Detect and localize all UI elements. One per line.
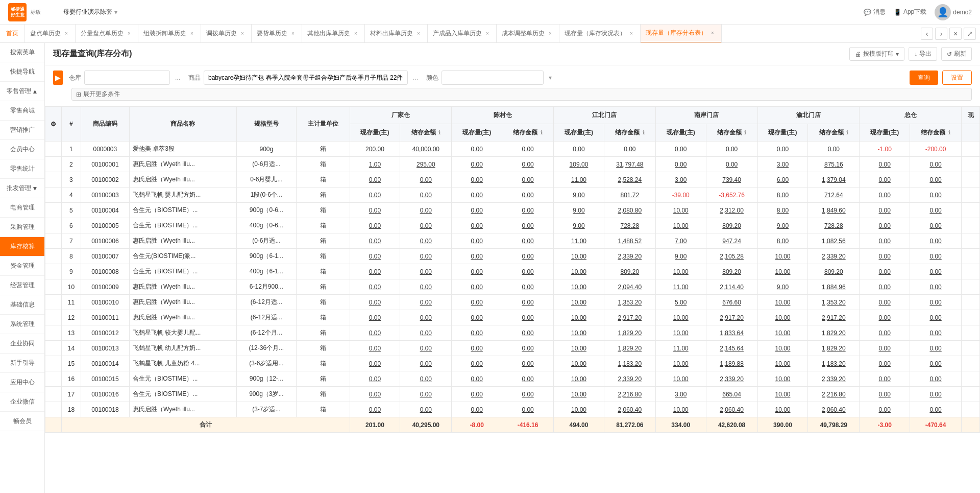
tab-product-in[interactable]: 产成品入库单历史 × bbox=[428, 25, 497, 43]
export-btn[interactable]: ↓ 导出 bbox=[909, 47, 937, 61]
td-jbc[interactable]: 10.00 bbox=[554, 341, 604, 356]
message-btn[interactable]: 💬 消息 bbox=[864, 8, 886, 16]
td-ybc[interactable]: 8.00 bbox=[757, 233, 808, 249]
td-jba[interactable]: 1,829.20 bbox=[604, 325, 655, 341]
td-ta[interactable]: 0.00 bbox=[910, 157, 962, 172]
td-naa[interactable]: 2,145.64 bbox=[706, 341, 757, 356]
td-tc[interactable]: 0.00 bbox=[860, 325, 910, 341]
th-settings[interactable]: ⚙ bbox=[45, 107, 62, 142]
td-cc[interactable]: 0.00 bbox=[452, 325, 502, 341]
td-naa[interactable]: -3,652.76 bbox=[706, 187, 757, 203]
td-nac[interactable]: 10.00 bbox=[655, 218, 706, 233]
info-icon[interactable]: ℹ bbox=[643, 130, 645, 135]
tab-close-icon[interactable]: × bbox=[628, 30, 635, 37]
sidebar-item-search[interactable]: 搜索英单 bbox=[0, 43, 44, 62]
td-cc[interactable]: 0.00 bbox=[452, 172, 502, 187]
td-cc[interactable]: 0.00 bbox=[452, 387, 502, 402]
td-cc[interactable]: 0.00 bbox=[452, 295, 502, 310]
td-naa[interactable]: 2,312.00 bbox=[706, 203, 757, 218]
td-ta[interactable]: 0.00 bbox=[910, 218, 962, 233]
sidebar-item-retail-shop[interactable]: 零售商城 bbox=[0, 101, 44, 121]
td-fa[interactable]: 0.00 bbox=[400, 203, 452, 218]
td-nac[interactable]: 11.00 bbox=[655, 279, 706, 295]
td-fc[interactable]: 0.00 bbox=[350, 203, 400, 218]
td-fa[interactable]: 0.00 bbox=[400, 310, 452, 325]
td-fa[interactable]: 40,000.00 bbox=[400, 142, 452, 157]
td-ybc[interactable]: 9.00 bbox=[757, 279, 808, 295]
td-ca[interactable]: 0.00 bbox=[502, 187, 554, 203]
td-nac[interactable]: 10.00 bbox=[655, 371, 706, 387]
td-yba[interactable]: 2,060.40 bbox=[808, 402, 860, 417]
warehouse-dots-btn[interactable]: ... bbox=[173, 74, 182, 81]
sidebar-item-member[interactable]: 会员中心 bbox=[0, 140, 44, 159]
td-ybc[interactable]: 10.00 bbox=[757, 310, 808, 325]
color-dropdown-icon[interactable]: ▾ bbox=[547, 74, 554, 81]
sidebar-item-wholesale[interactable]: 批发管理 ▼ bbox=[0, 179, 44, 198]
td-jba[interactable]: 31,797.48 bbox=[604, 157, 655, 172]
td-jbc[interactable]: 9.00 bbox=[554, 203, 604, 218]
td-jbc[interactable]: 109.00 bbox=[554, 157, 604, 172]
td-ca[interactable]: 0.00 bbox=[502, 233, 554, 249]
td-ybc[interactable]: 6.00 bbox=[757, 172, 808, 187]
tab-combo-dismantle[interactable]: 组装拆卸单历史 × bbox=[138, 25, 201, 43]
td-yba[interactable]: 1,379.04 bbox=[808, 172, 860, 187]
td-tc[interactable]: -1.00 bbox=[860, 142, 910, 157]
td-ta[interactable]: 0.00 bbox=[910, 203, 962, 218]
sidebar-item-purchase[interactable]: 采购管理 bbox=[0, 218, 44, 237]
td-nac[interactable]: 3.00 bbox=[655, 387, 706, 402]
tab-stock-dist[interactable]: 现存量（库存分布表） × bbox=[641, 25, 722, 43]
td-fc[interactable]: 0.00 bbox=[350, 218, 400, 233]
td-jbc[interactable]: 0.00 bbox=[554, 142, 604, 157]
td-ta[interactable]: 0.00 bbox=[910, 325, 962, 341]
td-nac[interactable]: 5.00 bbox=[655, 295, 706, 310]
td-jbc[interactable]: 10.00 bbox=[554, 402, 604, 417]
td-ybc[interactable]: 8.00 bbox=[757, 203, 808, 218]
td-ca[interactable]: 0.00 bbox=[502, 203, 554, 218]
tab-prev-btn[interactable]: ‹ bbox=[921, 28, 933, 40]
td-yba[interactable]: 2,917.20 bbox=[808, 310, 860, 325]
info-icon[interactable]: ℹ bbox=[846, 130, 848, 135]
td-naa[interactable]: 0.00 bbox=[706, 142, 757, 157]
td-ybc[interactable]: 10.00 bbox=[757, 341, 808, 356]
td-naa[interactable]: 0.00 bbox=[706, 157, 757, 172]
td-naa[interactable]: 809.20 bbox=[706, 218, 757, 233]
td-fc[interactable]: 0.00 bbox=[350, 325, 400, 341]
td-ca[interactable]: 0.00 bbox=[502, 310, 554, 325]
td-jba[interactable]: 2,094.40 bbox=[604, 279, 655, 295]
td-jbc[interactable]: 11.00 bbox=[554, 233, 604, 249]
td-naa[interactable]: 2,060.40 bbox=[706, 402, 757, 417]
expand-btn[interactable]: ⊞ 展开更多条件 bbox=[71, 88, 972, 101]
sidebar-item-guide[interactable]: 新手引导 bbox=[0, 354, 44, 373]
td-fa[interactable]: 0.00 bbox=[400, 356, 452, 371]
goods-input[interactable] bbox=[204, 71, 408, 85]
tab-close-icon[interactable]: × bbox=[547, 30, 554, 37]
td-tc[interactable]: 0.00 bbox=[860, 356, 910, 371]
td-jba[interactable]: 2,080.80 bbox=[604, 203, 655, 218]
sidebar-item-marketing[interactable]: 营销推广 bbox=[0, 121, 44, 140]
info-icon[interactable]: ℹ bbox=[744, 130, 746, 135]
td-jba[interactable]: 2,339.20 bbox=[604, 249, 655, 264]
sidebar-item-system[interactable]: 系统管理 bbox=[0, 315, 44, 334]
td-fa[interactable]: 0.00 bbox=[400, 387, 452, 402]
td-yba[interactable]: 875.16 bbox=[808, 157, 860, 172]
td-jbc[interactable]: 10.00 bbox=[554, 310, 604, 325]
td-yba[interactable]: 1,353.20 bbox=[808, 295, 860, 310]
td-cc[interactable]: 0.00 bbox=[452, 402, 502, 417]
td-ca[interactable]: 0.00 bbox=[502, 341, 554, 356]
td-ta[interactable]: 0.00 bbox=[910, 295, 962, 310]
td-yba[interactable]: 2,339.20 bbox=[808, 249, 860, 264]
td-yba[interactable]: 1,082.56 bbox=[808, 233, 860, 249]
tab-inventory-single[interactable]: 盘点单历史 × bbox=[25, 25, 76, 43]
td-cc[interactable]: 0.00 bbox=[452, 233, 502, 249]
td-ybc[interactable]: 0.00 bbox=[757, 142, 808, 157]
td-naa[interactable]: 2,917.20 bbox=[706, 310, 757, 325]
td-ybc[interactable]: 10.00 bbox=[757, 387, 808, 402]
td-jba[interactable]: 2,528.24 bbox=[604, 172, 655, 187]
td-fc[interactable]: 0.00 bbox=[350, 172, 400, 187]
td-tc[interactable]: 0.00 bbox=[860, 233, 910, 249]
tab-close-icon[interactable]: × bbox=[239, 30, 246, 37]
td-ca[interactable]: 0.00 bbox=[502, 356, 554, 371]
td-naa[interactable]: 665.04 bbox=[706, 387, 757, 402]
td-naa[interactable]: 1,189.88 bbox=[706, 356, 757, 371]
td-ybc[interactable]: 9.00 bbox=[757, 218, 808, 233]
